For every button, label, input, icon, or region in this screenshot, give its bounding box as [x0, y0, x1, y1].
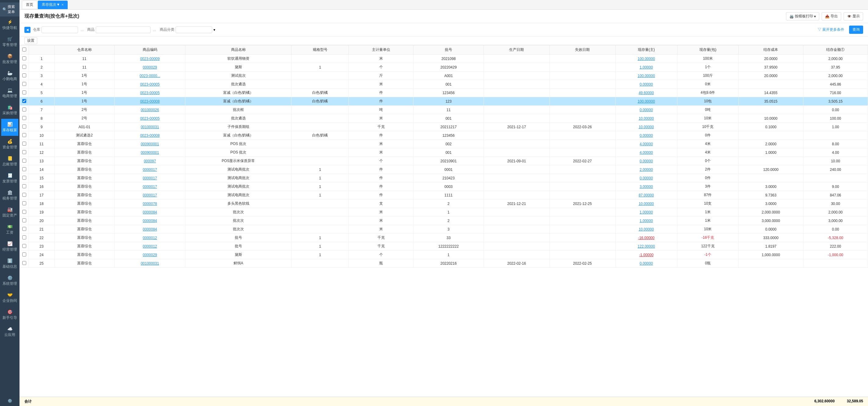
row-product-code[interactable]: 0000017	[114, 191, 185, 200]
sidebar-item-quick-nav[interactable]: ⚡快捷导航	[1, 16, 18, 34]
row-stock-main[interactable]: 0.00000	[615, 80, 677, 89]
row-checkbox[interactable]	[20, 89, 29, 97]
row-check-7[interactable]	[22, 116, 26, 120]
row-check-14[interactable]	[22, 176, 26, 180]
sidebar-item-ecommerce[interactable]: 💻电商管理	[1, 85, 18, 102]
table-row[interactable]: 72号001000026批次框吨110.000000吨0.00	[20, 106, 868, 114]
sidebar-item-system[interactable]: ⚙️系统管理	[1, 272, 18, 289]
table-row[interactable]: 22菖蓉综仓0000012批号1千克33-16.00000-16千克333.00…	[20, 234, 868, 242]
sidebar-item-cloud[interactable]: ☁️云应用	[1, 324, 18, 340]
row-stock-main[interactable]: 1.00000	[615, 208, 677, 216]
table-row[interactable]: 19菖蓉综仓0000084批次次米11.000001米2,000.00002,0…	[20, 208, 868, 216]
row-product-code[interactable]: 0023-00005	[114, 80, 185, 89]
table-row[interactable]: 13菖蓉综仓000097POS显示米保质异常个202109012021-09-0…	[20, 157, 868, 165]
sidebar-item-operations[interactable]: 📈经营管理	[1, 238, 18, 255]
row-checkbox[interactable]	[20, 242, 29, 251]
display-button[interactable]: 👁️ 显示	[844, 12, 863, 21]
row-checkbox[interactable]	[20, 63, 29, 72]
row-product-code[interactable]: 0000084	[114, 208, 185, 216]
print-button[interactable]: 🖨️ 按模板打印 ▾	[786, 12, 819, 21]
row-checkbox[interactable]	[20, 208, 29, 216]
sidebar-item-salary[interactable]: 💵工资	[1, 221, 18, 238]
row-check-17[interactable]	[22, 201, 26, 205]
row-check-9[interactable]	[22, 133, 26, 137]
row-checkbox[interactable]	[20, 234, 29, 242]
row-product-code[interactable]: 000900001	[114, 140, 185, 148]
table-row[interactable]: 18菖蓉综仓0000078多头黑色软线支22021-12-212021-12-2…	[20, 200, 868, 208]
row-product-code[interactable]: 0000084	[114, 225, 185, 234]
row-checkbox[interactable]	[20, 131, 29, 140]
row-stock-main[interactable]: 0.00000	[615, 259, 677, 268]
sidebar-item-guide[interactable]: 🎯新手引导	[1, 306, 18, 324]
sidebar-item-assets[interactable]: 🏭固定资产	[1, 204, 18, 221]
row-check-5[interactable]	[22, 99, 26, 103]
sidebar-search[interactable]: 🔍 搜索菜单	[0, 2, 20, 16]
row-check-6[interactable]	[22, 107, 26, 111]
row-check-16[interactable]	[22, 193, 26, 197]
sidebar-item-tax[interactable]: 🏛️税务管理	[1, 187, 18, 204]
row-check-18[interactable]	[22, 210, 26, 214]
row-product-code[interactable]: 0000078	[114, 200, 185, 208]
row-stock-main[interactable]: 1.00000	[615, 216, 677, 225]
tab-close-inventory-batch[interactable]: ✕	[61, 3, 64, 6]
row-check-24[interactable]	[22, 261, 26, 265]
table-container[interactable]: 仓库名称商品编码商品名称规格型号主计量单位批号生产日期失效日期现存量(主)现存量…	[20, 45, 868, 397]
sidebar-item-inventory[interactable]: 📊库存核算	[1, 119, 18, 136]
tab-inventory-batch[interactable]: 库存批次▼✕	[38, 1, 68, 9]
sidebar-item-finance[interactable]: 💰资金管理	[1, 136, 18, 153]
row-stock-main[interactable]: 100.00000	[615, 55, 677, 63]
export-button[interactable]: 📤 导出	[822, 12, 841, 21]
row-check-13[interactable]	[22, 167, 26, 171]
table-row[interactable]: 17菖蓉综仓0000017测试电商批次1件111187.0000087件9.73…	[20, 191, 868, 200]
row-check-12[interactable]	[22, 159, 26, 163]
row-checkbox[interactable]	[20, 106, 29, 114]
table-row[interactable]: 25菖蓉综仓001000031鲜饵A瓶202202162022-02-16202…	[20, 259, 868, 268]
row-product-code[interactable]: 000097	[114, 157, 185, 165]
row-checkbox[interactable]	[20, 251, 29, 259]
table-row[interactable]: 24菖蓉综仓0000029黛斯1个1-1.00000-1个1,000.0000-…	[20, 251, 868, 259]
row-checkbox[interactable]	[20, 80, 29, 89]
row-product-code[interactable]: 001000031	[114, 123, 185, 131]
row-check-2[interactable]	[22, 73, 26, 77]
row-product-code[interactable]: 0000017	[114, 182, 185, 191]
row-checkbox[interactable]	[20, 123, 29, 131]
row-product-code[interactable]: 0000029	[114, 251, 185, 259]
row-stock-main[interactable]: 10.00000	[615, 225, 677, 234]
table-row[interactable]: 12菖蓉综仓000900001POS 批次米0014.000004米1.0000…	[20, 148, 868, 157]
row-check-3[interactable]	[22, 82, 26, 86]
col-checkbox[interactable]	[20, 45, 29, 55]
row-checkbox[interactable]	[20, 191, 29, 200]
row-product-code[interactable]: 001000031	[114, 259, 185, 268]
sidebar-item-ledger[interactable]: 📒总账管理	[1, 153, 18, 170]
row-stock-main[interactable]: 10.00000	[615, 123, 677, 131]
sidebar-item-invoice[interactable]: 🧾发票管理	[1, 170, 18, 187]
row-stock-main[interactable]: 122.00000	[615, 242, 677, 251]
category-input[interactable]	[176, 27, 212, 33]
row-product-code[interactable]: 0023-0000...	[114, 72, 185, 80]
sidebar-item-collab[interactable]: 🤝企业协同	[1, 289, 18, 306]
row-check-10[interactable]	[22, 142, 26, 145]
table-row[interactable]: 15菖蓉综仓0000017测试电商批次1件2104230.000000件	[20, 174, 868, 182]
row-product-code[interactable]: 0000012	[114, 234, 185, 242]
query-button[interactable]: 查询	[849, 26, 863, 34]
row-product-code[interactable]: 0023-00005	[114, 89, 185, 97]
row-check-20[interactable]	[22, 227, 26, 231]
select-all-checkbox[interactable]	[22, 47, 26, 52]
table-row[interactable]: 2110000029黛斯1个202204291.000001个37.950037…	[20, 63, 868, 72]
row-checkbox[interactable]	[20, 174, 29, 182]
row-stock-main[interactable]: 1.00000	[615, 63, 677, 72]
table-row[interactable]: 14菖蓉综仓0000017测试电商批次1件00012.000002件120.00…	[20, 165, 868, 174]
table-row[interactable]: 61号0023-00008富减（白色/奶橘）白色/奶橘件123100.00000…	[20, 97, 868, 106]
row-stock-main[interactable]: 0.00000	[615, 174, 677, 182]
row-product-code[interactable]: 001000026	[114, 106, 185, 114]
tab-home[interactable]: 首页	[22, 1, 37, 9]
row-checkbox[interactable]	[20, 114, 29, 123]
row-checkbox[interactable]	[20, 216, 29, 225]
row-stock-main[interactable]: 87.00000	[615, 191, 677, 200]
row-product-code[interactable]: 0023-00008	[114, 131, 185, 140]
row-product-code[interactable]: 0023-00008	[114, 97, 185, 106]
row-checkbox[interactable]	[20, 182, 29, 191]
row-stock-main[interactable]: 2.00000	[615, 165, 677, 174]
row-stock-main[interactable]: 0.00000	[615, 106, 677, 114]
row-checkbox[interactable]	[20, 72, 29, 80]
